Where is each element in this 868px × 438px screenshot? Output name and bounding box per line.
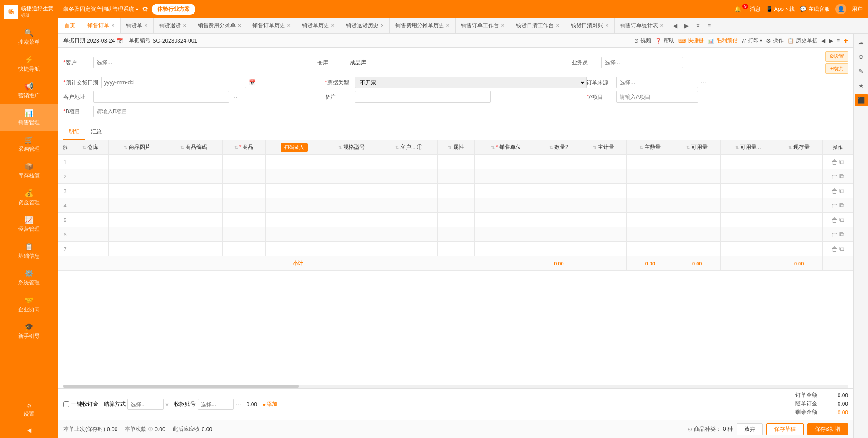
sidebar-item-quick[interactable]: ⚡ 快捷导航 (0, 51, 58, 77)
customer-input[interactable] (93, 57, 238, 68)
toolbar-list-btn[interactable]: ≡ (837, 38, 840, 44)
cell-warehouse[interactable] (72, 169, 109, 184)
cell-warehouse[interactable] (72, 213, 109, 227)
cell-customer-ref[interactable] (380, 213, 437, 227)
cell-attributes[interactable] (437, 213, 474, 227)
cell-product-code[interactable] (165, 242, 222, 256)
tab-close-order-history[interactable]: ✕ (287, 23, 291, 28)
tab-daily-clear-account[interactable]: 钱货日清对账 ✕ (565, 18, 615, 33)
cell-spec[interactable] (323, 213, 380, 227)
right-panel-orange-btn[interactable]: ⬛ (855, 94, 868, 106)
cell-available-qty[interactable] (674, 242, 720, 256)
right-panel-edit-btn[interactable]: ✎ (855, 65, 868, 77)
sidebar-collapse-btn[interactable]: ◀ (0, 423, 58, 438)
cell-product[interactable] (222, 227, 265, 242)
cell-main-qty[interactable] (627, 184, 674, 198)
sidebar-item-sales[interactable]: 📊 销售管理 (0, 104, 58, 131)
app-download-btn[interactable]: 📱 App下载 (766, 5, 795, 13)
cell-attributes[interactable] (437, 198, 474, 213)
shortcut-btn[interactable]: ⌨ 快捷键 (678, 37, 704, 44)
cell-spec[interactable] (323, 198, 380, 213)
tab-close-daily-clear-workbench[interactable]: ✕ (556, 23, 559, 28)
cell-product-code[interactable] (165, 155, 222, 169)
header-gear-btn[interactable]: ⚙ (142, 5, 148, 14)
cell-main-qty[interactable] (627, 169, 674, 184)
cell-sales-unit[interactable] (475, 213, 538, 227)
delivery-date-input[interactable] (101, 77, 246, 88)
tab-sales-return[interactable]: 销货单 ✕ (121, 18, 154, 33)
cell-main-unit[interactable] (580, 169, 627, 184)
cell-customer-ref[interactable] (380, 198, 437, 213)
quick-settle-checkbox[interactable]: 一键收订金 (63, 400, 98, 408)
cell-qty2[interactable] (538, 169, 580, 184)
tab-close-order-workbench[interactable]: ✕ (501, 23, 504, 28)
row-copy-icon[interactable]: ⧉ (839, 202, 844, 209)
cell-customer-ref[interactable] (380, 184, 437, 198)
tab-sales-return-history[interactable]: 销货单历史 ✕ (296, 18, 340, 33)
tab-order-stats[interactable]: 销售订单统计表 ✕ (615, 18, 669, 33)
row-copy-icon[interactable]: ⧉ (839, 216, 844, 224)
tab-close-expense-split-history[interactable]: ✕ (446, 23, 450, 28)
cell-product[interactable] (222, 242, 265, 256)
cell-sales-unit[interactable] (475, 184, 538, 198)
cell-attributes[interactable] (437, 155, 474, 169)
cell-main-qty[interactable] (627, 213, 674, 227)
cell-available-qty[interactable] (674, 227, 720, 242)
cell-customer-ref[interactable] (380, 169, 437, 184)
cell-product-code[interactable] (165, 227, 222, 242)
cell-product[interactable] (222, 184, 265, 198)
sidebar-item-purchase[interactable]: 🛒 采购管理 (0, 131, 58, 158)
calendar-icon[interactable]: 📅 (116, 38, 123, 44)
cell-qty2[interactable] (538, 213, 580, 227)
cell-available-more[interactable] (720, 242, 776, 256)
cell-spec[interactable] (323, 155, 380, 169)
settle-method-dropdown[interactable]: ▾ (165, 401, 169, 408)
row-copy-icon[interactable]: ⧉ (839, 231, 844, 238)
cell-product-code[interactable] (165, 213, 222, 227)
project-a-input[interactable] (616, 91, 698, 103)
sidebar-settings-btn[interactable]: ⚙ 设置 (0, 398, 58, 423)
sidebar-item-marketing[interactable]: 📢 营销推广 (0, 77, 58, 104)
cell-warehouse[interactable] (72, 242, 109, 256)
sidebar-item-inventory[interactable]: 📦 库存核算 (0, 158, 58, 184)
cell-spec[interactable] (323, 169, 380, 184)
discard-btn[interactable]: 放弃 (737, 423, 763, 435)
row-delete-icon[interactable]: 🗑 (831, 188, 838, 195)
cell-current-stock[interactable] (776, 242, 822, 256)
cell-available-more[interactable] (720, 198, 776, 213)
help-btn[interactable]: ❓ 帮助 (655, 37, 674, 44)
cell-current-stock[interactable] (776, 169, 822, 184)
cell-qty2[interactable] (538, 227, 580, 242)
cell-product[interactable] (222, 155, 265, 169)
project-b-input[interactable] (93, 106, 238, 117)
scan-input-btn[interactable]: 扫码录入 (281, 143, 308, 152)
toolbar-prev-btn[interactable]: ◀ (821, 38, 825, 44)
cell-main-unit[interactable] (580, 198, 627, 213)
detail-tab-summary[interactable]: 汇总 (85, 124, 107, 140)
cell-qty2[interactable] (538, 184, 580, 198)
industry-btn[interactable]: 体验行业方案 (152, 4, 195, 15)
row-delete-icon[interactable]: 🗑 (831, 173, 838, 180)
cell-current-stock[interactable] (776, 155, 822, 169)
cell-current-stock[interactable] (776, 213, 822, 227)
row-delete-icon[interactable]: 🗑 (831, 159, 838, 166)
user-menu-btn[interactable]: 用户 (852, 5, 863, 13)
cell-available-more[interactable] (720, 169, 776, 184)
cell-customer-ref[interactable] (380, 155, 437, 169)
save-new-btn[interactable]: 保存&新增 (807, 423, 848, 435)
cell-qty2[interactable] (538, 198, 580, 213)
tab-sales-order-history[interactable]: 销售订单历史 ✕ (247, 18, 296, 33)
cell-main-qty[interactable] (627, 242, 674, 256)
cell-spec[interactable] (323, 227, 380, 242)
cell-attributes[interactable] (437, 169, 474, 184)
tab-close-sales-return[interactable]: ✕ (144, 23, 148, 28)
cell-sales-unit[interactable] (475, 198, 538, 213)
cell-warehouse[interactable] (72, 198, 109, 213)
sidebar-item-finance[interactable]: 💰 资金管理 (0, 184, 58, 211)
right-panel-star-btn[interactable]: ★ (855, 79, 868, 92)
account-more-btn[interactable]: ··· (236, 401, 241, 408)
detail-tab-detail[interactable]: 明细 (63, 124, 85, 140)
tab-daily-clear-workbench[interactable]: 钱货日清工作台 ✕ (510, 18, 565, 33)
tab-expense-split-history[interactable]: 销售费用分摊单历史 ✕ (390, 18, 456, 33)
cell-available-more[interactable] (720, 213, 776, 227)
